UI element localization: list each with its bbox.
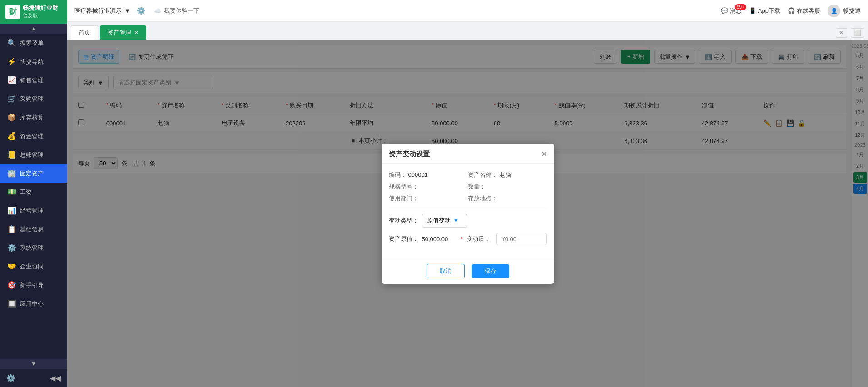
modal-change-type-field: 变动类型： 原值变动 ▼ bbox=[389, 214, 547, 228]
sidebar: 财 畅捷通好业财 普及版 ▲ 🔍 搜索菜单 ⚡ 快捷导航 📈 销售管理 🛒 采购… bbox=[0, 0, 67, 387]
modal-body: 编码： 000001 资产名称： 电脑 规格型号： 数量： bbox=[382, 164, 554, 258]
modal-name-value: 电脑 bbox=[499, 171, 511, 179]
sidebar-item-funds[interactable]: 💰 资金管理 bbox=[0, 127, 67, 145]
sidebar-item-system[interactable]: ⚙️ 系统管理 bbox=[0, 238, 67, 257]
sidebar-item-ledger[interactable]: 📒 总账管理 bbox=[0, 145, 67, 164]
sidebar-item-fixed-assets[interactable]: 🏢 固定资产 bbox=[0, 164, 67, 183]
message-btn[interactable]: 💬 消息 99+ bbox=[721, 7, 742, 15]
cancel-button[interactable]: 取消 bbox=[427, 264, 465, 278]
tab-home[interactable]: 首页 bbox=[71, 25, 98, 40]
cloud-icon: ☁️ bbox=[154, 7, 161, 14]
sidebar-item-purchase[interactable]: 🛒 采购管理 bbox=[0, 89, 67, 108]
sidebar-item-label: 快捷导航 bbox=[20, 58, 44, 66]
sidebar-item-payroll[interactable]: 💵 工资 bbox=[0, 183, 67, 201]
quick-nav-icon: ⚡ bbox=[7, 57, 16, 66]
experience-label: 我要体验一下 bbox=[164, 7, 199, 15]
online-service-label: 在线客服 bbox=[797, 7, 820, 15]
change-type-select[interactable]: 原值变动 ▼ bbox=[422, 214, 467, 228]
user-menu[interactable]: 👤 畅捷通 bbox=[828, 5, 861, 17]
sidebar-item-enterprise[interactable]: 🤝 企业协同 bbox=[0, 257, 67, 276]
sales-icon: 📈 bbox=[7, 76, 16, 84]
after-change-input[interactable] bbox=[496, 233, 546, 245]
sidebar-item-label: 企业协同 bbox=[20, 263, 44, 271]
sidebar-item-label: 搜索菜单 bbox=[20, 39, 44, 47]
modal-location-label: 存放地点： bbox=[468, 194, 497, 203]
sidebar-item-sales[interactable]: 📈 销售管理 bbox=[0, 71, 67, 89]
headset-icon: 🎧 bbox=[788, 7, 795, 14]
required-mark: * bbox=[461, 236, 463, 243]
experience-btn[interactable]: ☁️ 我要体验一下 bbox=[154, 7, 199, 15]
avatar: 👤 bbox=[828, 5, 840, 17]
topbar-right: 💬 消息 99+ 📱 App下载 🎧 在线客服 👤 畅捷通 bbox=[721, 5, 861, 17]
sidebar-item-label: 经营管理 bbox=[20, 207, 44, 215]
sidebar-item-label: 资金管理 bbox=[20, 132, 44, 140]
sidebar-item-guide[interactable]: 🎯 新手引导 bbox=[0, 276, 67, 294]
tab-asset-mgmt[interactable]: 资产管理 ✕ bbox=[100, 25, 146, 40]
sidebar-scroll-up[interactable]: ▲ bbox=[0, 24, 67, 34]
sidebar-item-label: 工资 bbox=[20, 188, 32, 196]
online-service-btn[interactable]: 🎧 在线客服 bbox=[788, 7, 820, 15]
modal-quantity-label: 数量： bbox=[468, 183, 486, 191]
app-download-label: App下载 bbox=[758, 7, 780, 15]
sidebar-nav: 🔍 搜索菜单 ⚡ 快捷导航 📈 销售管理 🛒 采购管理 📦 库存核算 💰 资金管… bbox=[0, 34, 67, 359]
sidebar-logo: 畅捷通好业财 bbox=[23, 5, 58, 12]
tab-bar: 首页 资产管理 ✕ ✕ ⬜ bbox=[67, 22, 868, 40]
modal-close-icon[interactable]: ✕ bbox=[541, 150, 547, 159]
company-selector[interactable]: 医疗器械行业演示 ▼ bbox=[74, 7, 130, 15]
message-icon: 💬 bbox=[721, 7, 728, 14]
asset-value: 50,000.00 bbox=[422, 236, 448, 243]
modal-footer: 取消 保存 bbox=[382, 258, 554, 284]
search-icon: 🔍 bbox=[7, 39, 16, 47]
modal-quantity-item: 数量： bbox=[468, 183, 547, 191]
sidebar-item-basic-info[interactable]: 📋 基础信息 bbox=[0, 220, 67, 238]
modal-info-grid: 编码： 000001 资产名称： 电脑 规格型号： 数量： bbox=[389, 171, 547, 208]
sidebar-item-label: 库存核算 bbox=[20, 114, 44, 122]
enterprise-icon: 🤝 bbox=[7, 262, 16, 271]
change-type-value: 原值变动 bbox=[427, 217, 451, 225]
collapse-sidebar-icon[interactable]: ◀◀ bbox=[50, 374, 61, 382]
content-area: ▤ 资产明细 🔄 变更生成凭证 刘账 + 新增 批量操作 ▼ bbox=[67, 40, 868, 387]
after-change-label: 变动后： bbox=[466, 235, 490, 243]
sidebar-item-label: 总账管理 bbox=[20, 151, 44, 159]
sidebar-item-inventory[interactable]: 📦 库存核算 bbox=[0, 108, 67, 127]
operations-icon: 📊 bbox=[7, 206, 16, 215]
modal-asset-value-field: 资产原值： 50,000.00 * 变动后： bbox=[389, 233, 547, 245]
sidebar-scroll-down[interactable]: ▼ bbox=[0, 359, 67, 369]
modal-title: 资产变动设置 bbox=[389, 150, 430, 159]
inventory-icon: 📦 bbox=[7, 113, 16, 122]
asset-change-modal: 资产变动设置 ✕ 编码： 000001 资产名称： 电脑 bbox=[382, 144, 554, 284]
sidebar-header: 财 畅捷通好业财 普及版 bbox=[0, 0, 67, 24]
tab-close-icon[interactable]: ✕ bbox=[134, 30, 139, 36]
tab-asset-mgmt-label: 资产管理 bbox=[108, 29, 131, 37]
sidebar-footer: ⚙️ ◀◀ bbox=[0, 369, 67, 387]
tab-bar-right: ✕ ⬜ bbox=[836, 28, 868, 40]
app-center-icon: 🔲 bbox=[7, 299, 16, 308]
system-icon: ⚙️ bbox=[7, 243, 16, 252]
username: 畅捷通 bbox=[843, 7, 861, 15]
modal-code-label: 编码： bbox=[389, 171, 407, 179]
modal-location-item: 存放地点： bbox=[468, 194, 547, 203]
guide-icon: 🎯 bbox=[7, 281, 16, 289]
sidebar-item-label: 基础信息 bbox=[20, 225, 44, 233]
app-download-btn[interactable]: 📱 App下载 bbox=[749, 7, 780, 15]
fixed-assets-icon: 🏢 bbox=[7, 169, 16, 178]
sidebar-item-quick-nav[interactable]: ⚡ 快捷导航 bbox=[0, 52, 67, 71]
tab-maximize-btn[interactable]: ⬜ bbox=[851, 28, 864, 38]
message-badge: 99+ bbox=[735, 4, 746, 10]
payroll-icon: 💵 bbox=[7, 188, 16, 196]
modal-name-label: 资产名称： bbox=[468, 171, 497, 179]
main-area: 医疗器械行业演示 ▼ ⚙️ ☁️ 我要体验一下 💬 消息 99+ 📱 App下载… bbox=[67, 0, 868, 387]
settings-icon[interactable]: ⚙️ bbox=[137, 6, 146, 15]
sidebar-item-label: 新手引导 bbox=[20, 281, 44, 289]
sidebar-item-label: 采购管理 bbox=[20, 95, 44, 103]
tab-close-btn[interactable]: ✕ bbox=[836, 28, 847, 38]
sidebar-item-search[interactable]: 🔍 搜索菜单 bbox=[0, 34, 67, 52]
modal-code-item: 编码： 000001 bbox=[389, 171, 468, 179]
sidebar-item-app-center[interactable]: 🔲 应用中心 bbox=[0, 294, 67, 313]
modal-spec-label: 规格型号： bbox=[389, 183, 418, 191]
sidebar-item-label: 固定资产 bbox=[20, 169, 44, 178]
settings-footer-icon[interactable]: ⚙️ bbox=[6, 374, 15, 382]
ledger-icon: 📒 bbox=[7, 150, 16, 159]
save-button[interactable]: 保存 bbox=[472, 264, 509, 278]
sidebar-item-operations[interactable]: 📊 经营管理 bbox=[0, 201, 67, 220]
